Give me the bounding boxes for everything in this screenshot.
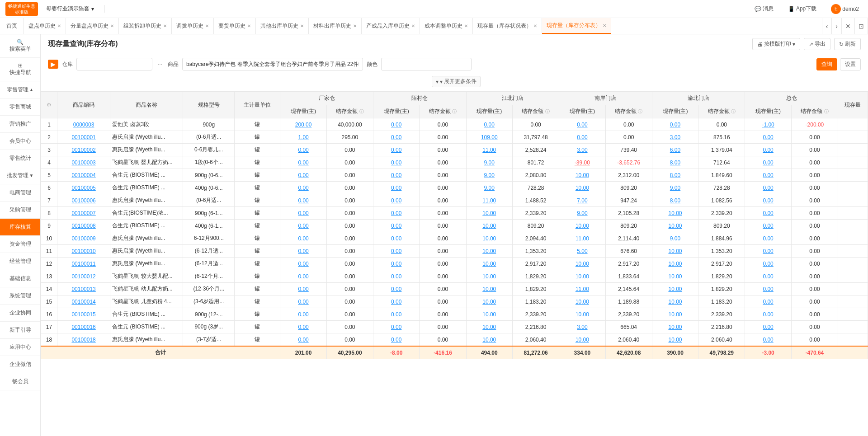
stock-link[interactable]: 3.00 <box>577 147 587 153</box>
stock-link[interactable]: 0.00 <box>763 248 773 254</box>
stock-link[interactable]: 0.00 <box>577 134 587 141</box>
tab-expand-icon[interactable]: ⊡ <box>855 18 868 34</box>
sidebar-item-nav[interactable]: ⊞ 快捷导航 <box>0 58 40 81</box>
stock-link[interactable]: 0.00 <box>763 235 773 242</box>
sidebar-item-ecommerce[interactable]: 电商管理 <box>0 184 40 202</box>
info-icon[interactable]: ⓘ <box>359 109 364 114</box>
tab-inventory-count[interactable]: 盘点单历史 ✕ <box>24 18 66 34</box>
sidebar-item-system[interactable]: 系统管理 <box>0 287 40 305</box>
warehouse-input[interactable] <box>76 58 152 70</box>
stock-link[interactable]: 0.00 <box>670 122 680 128</box>
stock-link[interactable]: 0.00 <box>391 210 401 216</box>
stock-link[interactable]: 10.00 <box>482 273 496 280</box>
sidebar-item-member[interactable]: 会员中心 <box>0 133 40 150</box>
sidebar-item-base-info[interactable]: 基础信息 <box>0 270 40 287</box>
goods-input[interactable] <box>182 58 363 70</box>
stock-link[interactable]: 10.00 <box>482 286 496 292</box>
stock-link[interactable]: 10.00 <box>482 223 496 229</box>
code-link[interactable]: 00100012 <box>71 273 95 280</box>
tab-close-icon[interactable]: ✕ <box>533 23 537 28</box>
stock-link[interactable]: 10.00 <box>482 248 496 254</box>
code-link[interactable]: 00100001 <box>71 134 95 141</box>
stock-link[interactable]: 0.00 <box>298 197 308 204</box>
color-input[interactable] <box>381 58 472 70</box>
stock-link[interactable]: 0.00 <box>484 122 495 128</box>
tab-assembly[interactable]: 组装拆卸单历史 ✕ <box>119 18 172 34</box>
stock-link[interactable]: 9.00 <box>577 210 587 216</box>
stock-link[interactable]: 10.00 <box>576 337 589 343</box>
stock-link[interactable]: 0.00 <box>391 261 401 267</box>
tab-product-in[interactable]: 产成品入库单历史 ✕ <box>362 18 420 34</box>
refresh-btn[interactable]: ↻ 刷新 <box>834 38 861 50</box>
stock-link[interactable]: 11.00 <box>576 235 589 242</box>
stock-link[interactable]: 10.00 <box>482 299 496 305</box>
info-icon[interactable]: ⓘ <box>731 109 736 114</box>
stock-link[interactable]: 0.00 <box>391 299 401 305</box>
stock-link[interactable]: 10.00 <box>668 210 682 216</box>
stock-link[interactable]: 10.00 <box>668 337 682 343</box>
stock-link[interactable]: 0.00 <box>298 210 308 216</box>
stock-link[interactable]: 0.00 <box>763 261 773 267</box>
sidebar-item-vip[interactable]: 畅会员 <box>0 373 40 390</box>
stock-link[interactable]: 10.00 <box>482 210 496 216</box>
sidebar-item-retail-stats[interactable]: 零售统计 <box>0 150 40 167</box>
sidebar-item-enterprise[interactable]: 企业协同 <box>0 305 40 322</box>
tab-material-out[interactable]: 材料出库单历史 ✕ <box>309 18 362 34</box>
stock-link[interactable]: 10.00 <box>668 223 682 229</box>
tab-stock-status[interactable]: 现存量（库存状况表） ✕ <box>473 18 542 34</box>
stock-link[interactable]: 0.00 <box>298 223 308 229</box>
code-link[interactable]: 00100014 <box>71 299 95 305</box>
code-link[interactable]: 00100016 <box>71 324 95 330</box>
stock-link[interactable]: 0.00 <box>298 185 308 191</box>
stock-link[interactable]: 0.00 <box>298 172 308 178</box>
sidebar-item-marketing[interactable]: 营销推广 <box>0 116 40 133</box>
code-link[interactable]: 00100008 <box>71 223 95 229</box>
app-download-btn[interactable]: 📱 App下载 <box>784 3 820 14</box>
sidebar-item-guide[interactable]: 新手引导 <box>0 322 40 339</box>
stock-link[interactable]: 11.00 <box>576 286 589 292</box>
tab-transfer[interactable]: 调拨单历史 ✕ <box>172 18 214 34</box>
stock-link[interactable]: 10.00 <box>668 299 682 305</box>
tab-close-icon[interactable]: ✕ <box>57 23 61 28</box>
warehouse-dots-btn[interactable]: ··· <box>156 61 164 67</box>
message-btn[interactable]: 💬 消息 <box>751 3 777 14</box>
stock-link[interactable]: 0.00 <box>391 324 401 330</box>
tab-home[interactable]: 首页 <box>0 18 24 34</box>
tab-close-icon[interactable]: ✕ <box>163 23 167 28</box>
code-link[interactable]: 0000003 <box>73 122 94 128</box>
stock-link[interactable]: 0.00 <box>298 311 308 318</box>
code-link[interactable]: 00100004 <box>71 172 95 178</box>
info-icon[interactable]: ⓘ <box>452 109 457 114</box>
tab-close-icon[interactable]: ✕ <box>110 23 114 28</box>
stock-link[interactable]: 11.00 <box>482 147 496 153</box>
settings-btn[interactable]: 设置 <box>840 58 861 70</box>
code-link[interactable]: 00100009 <box>71 235 95 242</box>
code-link[interactable]: 00100010 <box>71 248 95 254</box>
stock-link[interactable]: 9.00 <box>484 172 495 178</box>
stock-link[interactable]: 0.00 <box>763 159 773 166</box>
export-btn[interactable]: ↗ 导出 <box>804 38 830 50</box>
stock-link[interactable]: 10.00 <box>576 261 589 267</box>
stock-link[interactable]: 0.00 <box>763 337 773 343</box>
stock-link[interactable]: 0.00 <box>391 223 401 229</box>
stock-link[interactable]: 0.00 <box>763 299 773 305</box>
stock-link[interactable]: 0.00 <box>298 261 308 267</box>
stock-link[interactable]: 9.00 <box>484 159 495 166</box>
stock-link[interactable]: 0.00 <box>391 286 401 292</box>
sidebar-item-finance[interactable]: 资金管理 <box>0 236 40 253</box>
stock-link[interactable]: 8.00 <box>670 197 680 204</box>
stock-link[interactable]: 109.00 <box>481 134 498 141</box>
stock-link[interactable]: 10.00 <box>482 311 496 318</box>
stock-link[interactable]: 10.00 <box>668 248 682 254</box>
stock-link[interactable]: 6.00 <box>670 147 680 153</box>
sidebar-item-wholesale[interactable]: 批发管理 ▼ <box>0 167 40 184</box>
stock-link[interactable]: 0.00 <box>391 122 401 128</box>
code-link[interactable]: 00100005 <box>71 185 95 191</box>
col-settings[interactable]: ⚙ <box>41 92 57 118</box>
expand-btn[interactable]: ▾ ▾ 展开更多条件 <box>432 76 481 87</box>
tab-close-all-icon[interactable]: ✕ <box>842 18 855 34</box>
code-link[interactable]: 00100006 <box>71 197 95 204</box>
sidebar-item-wechat[interactable]: 企业微信 <box>0 356 40 373</box>
code-link[interactable]: 00100002 <box>71 147 95 153</box>
stock-link[interactable]: 0.00 <box>298 147 308 153</box>
